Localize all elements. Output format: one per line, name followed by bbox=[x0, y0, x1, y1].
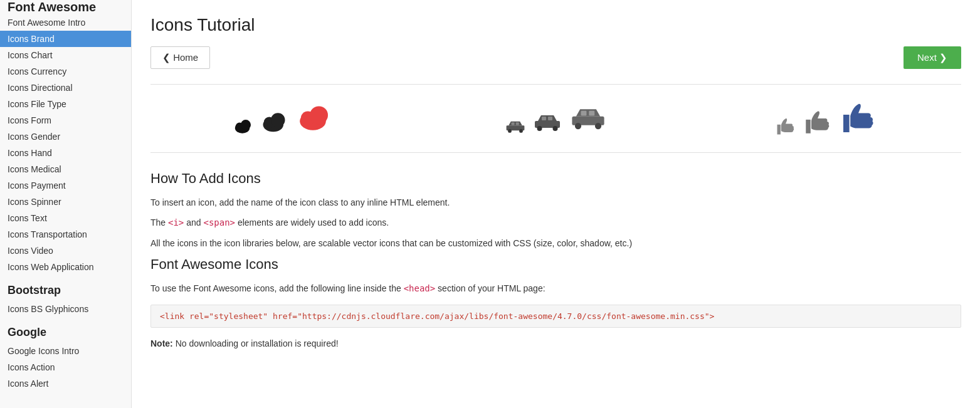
sidebar-item-icons-file-type[interactable]: Icons File Type bbox=[0, 96, 131, 112]
cloud-icon-large bbox=[298, 97, 338, 140]
sidebar-font-awesome-heading: Font Awesome bbox=[0, 0, 103, 19]
sidebar-item-icons-payment[interactable]: Icons Payment bbox=[0, 177, 131, 194]
thumbsup-icons-group bbox=[774, 97, 878, 140]
svg-rect-22 bbox=[581, 111, 586, 116]
sidebar-item-icons-chart[interactable]: Icons Chart bbox=[0, 47, 131, 63]
how-to-add-icons-title: How To Add Icons bbox=[150, 170, 961, 187]
font-awesome-icons-title: Font Awesome Icons bbox=[150, 256, 961, 273]
desc2-i-code: <i> bbox=[168, 217, 184, 228]
sidebar-item-icons-transportation[interactable]: Icons Transportation bbox=[0, 226, 131, 243]
sidebar-item-icons-bs-glyphicons[interactable]: Icons BS Glyphicons bbox=[0, 301, 131, 317]
desc4-after: section of your HTML page: bbox=[435, 283, 545, 293]
sidebar-item-icons-alert[interactable]: Icons Alert bbox=[0, 375, 131, 392]
desc3: All the icons in the icon libraries belo… bbox=[150, 236, 961, 250]
sidebar-item-icons-action[interactable]: Icons Action bbox=[0, 359, 131, 375]
main-content: Icons Tutorial ❮ Home Next ❯ bbox=[132, 0, 980, 408]
car-icon-small bbox=[504, 115, 527, 140]
sidebar-item-icons-currency[interactable]: Icons Currency bbox=[0, 63, 131, 80]
sidebar-item-icons-directional[interactable]: Icons Directional bbox=[0, 80, 131, 96]
svg-point-20 bbox=[574, 123, 581, 129]
page-title: Icons Tutorial bbox=[150, 15, 961, 35]
sidebar-item-icons-medical[interactable]: Icons Medical bbox=[0, 161, 131, 177]
desc2-before: The bbox=[150, 217, 168, 228]
sidebar-item-icons-gender[interactable]: Icons Gender bbox=[0, 128, 131, 145]
note-text: No downloading or installation is requir… bbox=[173, 338, 339, 348]
desc4-head-code: <head> bbox=[404, 283, 436, 293]
desc2-span-code: <span> bbox=[203, 217, 235, 228]
sidebar: Font Awesome Font Awesome Intro Icons Br… bbox=[0, 0, 132, 408]
thumbsup-icon-small bbox=[774, 115, 797, 140]
svg-point-5 bbox=[271, 113, 285, 127]
svg-point-21 bbox=[594, 123, 601, 129]
note: Note: No downloading or installation is … bbox=[150, 337, 961, 350]
sidebar-item-icons-web-application[interactable]: Icons Web Application bbox=[0, 259, 131, 275]
svg-point-2 bbox=[240, 120, 250, 130]
svg-point-16 bbox=[552, 126, 557, 131]
cloud-icons-group bbox=[234, 97, 338, 140]
svg-rect-12 bbox=[511, 122, 514, 125]
icon-demo-row bbox=[150, 84, 961, 153]
car-icons-group bbox=[504, 97, 608, 140]
code-block: <link rel="stylesheet" href="https://cdn… bbox=[150, 305, 961, 328]
sidebar-item-icons-hand[interactable]: Icons Hand bbox=[0, 145, 131, 161]
nav-buttons: ❮ Home Next ❯ bbox=[150, 46, 961, 69]
thumbsup-icon-large bbox=[838, 97, 878, 140]
svg-point-10 bbox=[508, 129, 512, 133]
note-label: Note: bbox=[150, 338, 173, 348]
desc2-mid: and bbox=[184, 217, 203, 228]
sidebar-item-icons-text[interactable]: Icons Text bbox=[0, 210, 131, 226]
desc2-after: elements are widely used to add icons. bbox=[235, 217, 389, 228]
svg-rect-17 bbox=[542, 117, 546, 120]
svg-point-11 bbox=[519, 129, 523, 133]
svg-rect-23 bbox=[589, 111, 594, 116]
sidebar-item-icons-spinner[interactable]: Icons Spinner bbox=[0, 194, 131, 210]
thumbsup-icon-medium bbox=[802, 106, 833, 140]
desc4: To use the Font Awesome icons, add the f… bbox=[150, 281, 961, 295]
sidebar-item-icons-video[interactable]: Icons Video bbox=[0, 243, 131, 259]
car-icon-large bbox=[568, 97, 608, 140]
cloud-icon-medium bbox=[261, 106, 293, 140]
desc1: To insert an icon, add the name of the i… bbox=[150, 196, 961, 209]
cloud-icon-small bbox=[234, 115, 256, 140]
sidebar-item-google-icons-intro[interactable]: Google Icons Intro bbox=[0, 343, 131, 359]
sidebar-google-heading: Google bbox=[0, 317, 131, 343]
svg-point-8 bbox=[310, 106, 328, 124]
svg-point-15 bbox=[537, 126, 542, 131]
desc2: The <i> and <span> elements are widely u… bbox=[150, 216, 961, 229]
next-button[interactable]: Next ❯ bbox=[904, 46, 961, 69]
svg-rect-13 bbox=[515, 122, 519, 125]
sidebar-item-icons-brand[interactable]: Icons Brand bbox=[0, 31, 131, 47]
home-button[interactable]: ❮ Home bbox=[150, 46, 210, 69]
sidebar-bootstrap-heading: Bootstrap bbox=[0, 275, 131, 301]
desc4-before: To use the Font Awesome icons, add the f… bbox=[150, 283, 404, 293]
svg-rect-18 bbox=[548, 117, 552, 120]
car-icon-medium bbox=[532, 106, 563, 140]
sidebar-item-icons-form[interactable]: Icons Form bbox=[0, 112, 131, 128]
